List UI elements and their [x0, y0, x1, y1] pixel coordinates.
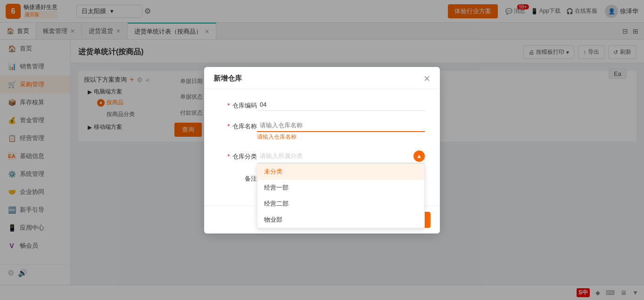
- category-label: * 仓库分类: [219, 150, 257, 161]
- category-dropdown-arrow[interactable]: ▲: [413, 150, 425, 162]
- notes-label: 备注: [219, 172, 257, 183]
- code-control: [257, 99, 425, 111]
- dropdown-item-dept2[interactable]: 经营二部: [257, 196, 424, 212]
- code-label: * 仓库编码: [219, 99, 257, 110]
- category-dropdown-list: 未分类 经营一部 经营二部 物业部: [257, 163, 425, 228]
- modal-overlay: 新增仓库 ✕ * 仓库编码 * 仓库名称: [0, 0, 644, 300]
- dropdown-item-unclassified[interactable]: 未分类: [257, 164, 424, 180]
- form-row-category: * 仓库分类 请输入所属分类 ▲ 未分类 经营一部 经营二部 物业部: [219, 150, 425, 163]
- modal-title: 新增仓库: [214, 74, 242, 83]
- code-input[interactable]: [257, 99, 425, 111]
- category-placeholder: 请输入所属分类: [260, 152, 303, 160]
- dropdown-item-property[interactable]: 物业部: [257, 212, 424, 228]
- category-control: 请输入所属分类 ▲ 未分类 经营一部 经营二部 物业部: [257, 150, 425, 163]
- form-row-name: * 仓库名称 请输入仓库名称: [219, 119, 425, 141]
- name-input[interactable]: [257, 119, 425, 132]
- modal-header: 新增仓库 ✕: [204, 67, 440, 89]
- form-row-code: * 仓库编码: [219, 99, 425, 111]
- name-label: * 仓库名称: [219, 119, 257, 131]
- modal-body: * 仓库编码 * 仓库名称 请输入仓库名称: [204, 89, 440, 202]
- modal-close-button[interactable]: ✕: [423, 74, 430, 84]
- modal: 新增仓库 ✕ * 仓库编码 * 仓库名称: [204, 67, 440, 233]
- name-control: 请输入仓库名称: [257, 119, 425, 141]
- category-select[interactable]: 请输入所属分类: [257, 150, 425, 163]
- name-error-tip: 请输入仓库名称: [257, 133, 425, 141]
- dropdown-item-dept1[interactable]: 经营一部: [257, 180, 424, 196]
